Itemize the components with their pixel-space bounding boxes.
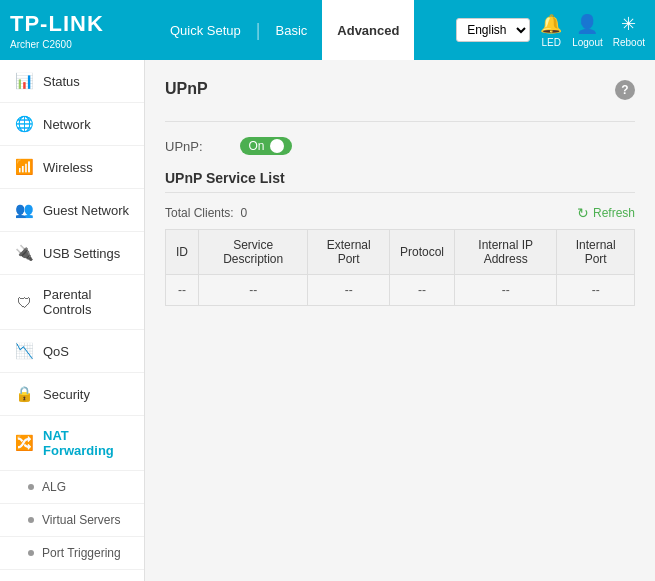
col-internal-port: Internal Port	[557, 230, 635, 275]
security-icon: 🔒	[15, 385, 33, 403]
total-clients-label: Total Clients:	[165, 206, 234, 220]
total-clients-value: 0	[240, 206, 247, 220]
upnp-toggle[interactable]: On	[240, 137, 292, 155]
sub-item-virtual-servers[interactable]: Virtual Servers	[0, 504, 144, 537]
sidebar-label-qos: QoS	[43, 344, 69, 359]
wireless-icon: 📶	[15, 158, 33, 176]
sidebar-label-usb-settings: USB Settings	[43, 246, 120, 261]
table-cell: --	[308, 275, 390, 306]
sidebar-item-wireless[interactable]: 📶 Wireless	[0, 146, 144, 189]
section-divider	[165, 121, 635, 122]
col-external-port: External Port	[308, 230, 390, 275]
port-triggering-bullet	[28, 550, 34, 556]
main-nav: Quick Setup | Basic Advanced	[155, 0, 456, 60]
sidebar-item-security[interactable]: 🔒 Security	[0, 373, 144, 416]
sidebar-label-nat-forwarding: NAT Forwarding	[43, 428, 129, 458]
led-label: LED	[541, 37, 560, 48]
table-cell: --	[557, 275, 635, 306]
sub-label-port-triggering: Port Triggering	[42, 546, 121, 560]
toggle-label: On	[248, 139, 264, 153]
reboot-label: Reboot	[613, 37, 645, 48]
sidebar-label-status: Status	[43, 74, 80, 89]
reboot-button[interactable]: ✳ Reboot	[613, 13, 645, 48]
parental-controls-icon: 🛡	[15, 293, 33, 311]
sidebar-label-wireless: Wireless	[43, 160, 93, 175]
table-row: ------------	[166, 275, 635, 306]
sidebar-item-parental-controls[interactable]: 🛡 Parental Controls	[0, 275, 144, 330]
sub-item-dmz[interactable]: DMZ	[0, 570, 144, 581]
logo-model: Archer C2600	[10, 39, 155, 50]
sub-item-port-triggering[interactable]: Port Triggering	[0, 537, 144, 570]
header: TP-LINK Archer C2600 Quick Setup | Basic…	[0, 0, 655, 60]
total-clients-text: Total Clients: 0	[165, 206, 247, 220]
virtual-servers-bullet	[28, 517, 34, 523]
nav-quick-setup[interactable]: Quick Setup	[155, 0, 256, 60]
sidebar-item-status[interactable]: 📊 Status	[0, 60, 144, 103]
col-id: ID	[166, 230, 199, 275]
main-content: ? UPnP UPnP: On UPnP Service List Total …	[145, 60, 655, 581]
col-protocol: Protocol	[389, 230, 454, 275]
sidebar-item-usb-settings[interactable]: 🔌 USB Settings	[0, 232, 144, 275]
upnp-toggle-row: UPnP: On	[165, 137, 635, 155]
sub-label-virtual-servers: Virtual Servers	[42, 513, 120, 527]
table-cell: --	[389, 275, 454, 306]
table-cell: --	[199, 275, 308, 306]
sidebar-label-parental-controls: Parental Controls	[43, 287, 129, 317]
reboot-icon: ✳	[621, 13, 636, 35]
network-icon: 🌐	[15, 115, 33, 133]
status-icon: 📊	[15, 72, 33, 90]
nav-basic[interactable]: Basic	[261, 0, 323, 60]
led-icon: 🔔	[540, 13, 562, 35]
upnp-service-table: ID Service Description External Port Pro…	[165, 229, 635, 306]
logo-brand: TP-LINK	[10, 11, 155, 37]
table-header-row: ID Service Description External Port Pro…	[166, 230, 635, 275]
sidebar: 📊 Status 🌐 Network 📶 Wireless 👥 Guest Ne…	[0, 60, 145, 581]
sidebar-label-security: Security	[43, 387, 90, 402]
nat-forwarding-icon: 🔀	[15, 434, 33, 452]
nav-advanced[interactable]: Advanced	[322, 0, 414, 60]
header-actions: English 🔔 LED 👤 Logout ✳ Reboot	[456, 13, 645, 48]
table-cell: --	[166, 275, 199, 306]
sidebar-item-guest-network[interactable]: 👥 Guest Network	[0, 189, 144, 232]
sub-item-alg[interactable]: ALG	[0, 471, 144, 504]
toggle-circle	[270, 139, 284, 153]
alg-bullet	[28, 484, 34, 490]
table-cell: --	[454, 275, 556, 306]
subsection-title: UPnP Service List	[165, 170, 635, 193]
refresh-button[interactable]: ↻ Refresh	[577, 205, 635, 221]
sidebar-label-guest-network: Guest Network	[43, 203, 129, 218]
language-select[interactable]: English	[456, 18, 530, 42]
layout: 📊 Status 🌐 Network 📶 Wireless 👥 Guest Ne…	[0, 60, 655, 581]
upnp-label: UPnP:	[165, 139, 225, 154]
logout-icon: 👤	[576, 13, 598, 35]
logout-button[interactable]: 👤 Logout	[572, 13, 603, 48]
logo-area: TP-LINK Archer C2600	[10, 11, 155, 50]
col-internal-ip: Internal IP Address	[454, 230, 556, 275]
section-title: UPnP	[165, 80, 635, 106]
usb-settings-icon: 🔌	[15, 244, 33, 262]
sidebar-item-qos[interactable]: 📉 QoS	[0, 330, 144, 373]
qos-icon: 📉	[15, 342, 33, 360]
sidebar-item-nat-forwarding[interactable]: 🔀 NAT Forwarding	[0, 416, 144, 471]
sub-label-alg: ALG	[42, 480, 66, 494]
led-button[interactable]: 🔔 LED	[540, 13, 562, 48]
sidebar-label-network: Network	[43, 117, 91, 132]
table-header: ID Service Description External Port Pro…	[166, 230, 635, 275]
col-service-desc: Service Description	[199, 230, 308, 275]
guest-network-icon: 👥	[15, 201, 33, 219]
logout-label: Logout	[572, 37, 603, 48]
help-icon[interactable]: ?	[615, 80, 635, 100]
total-clients-row: Total Clients: 0 ↻ Refresh	[165, 205, 635, 221]
refresh-label: Refresh	[593, 206, 635, 220]
refresh-icon: ↻	[577, 205, 589, 221]
sidebar-item-network[interactable]: 🌐 Network	[0, 103, 144, 146]
table-body: ------------	[166, 275, 635, 306]
